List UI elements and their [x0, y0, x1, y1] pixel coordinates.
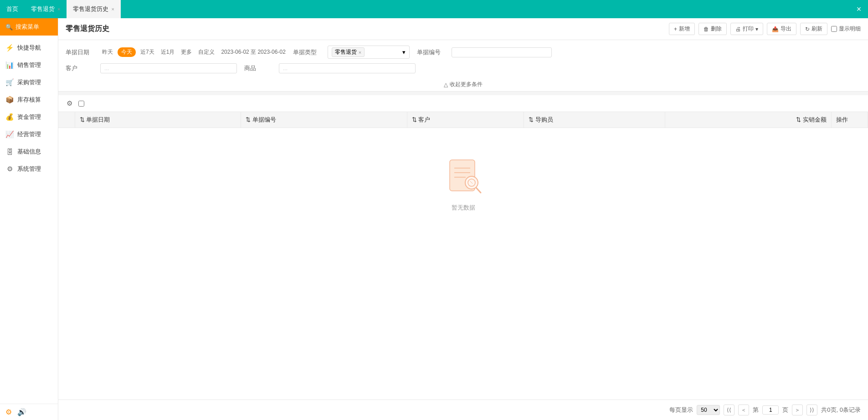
- th-ops: 操作: [832, 112, 868, 128]
- tab-home-label: 首页: [6, 5, 18, 13]
- empty-text: 暂无数据: [452, 204, 475, 212]
- sales-icon: 📊: [5, 61, 14, 69]
- inventory-icon: 📦: [5, 96, 14, 104]
- select-all-checkbox[interactable]: [78, 101, 84, 107]
- tab-retail-return-close[interactable]: ×: [57, 6, 60, 12]
- type-tag-value: 零售退货: [335, 48, 357, 56]
- tab-retail-return-label: 零售退货: [31, 5, 55, 13]
- th-amount[interactable]: ⇅ 实销金额: [665, 112, 832, 128]
- display-detail-input[interactable]: [831, 26, 837, 32]
- table-settings-icon[interactable]: ⚙: [64, 98, 75, 109]
- sidebar-audio-icon[interactable]: 🔊: [17, 408, 26, 416]
- svg-line-5: [476, 188, 481, 193]
- main-content: 零售退货历史 + 新增 🗑 删除 🖨 打印 ▾ 📤 导出: [58, 18, 868, 420]
- type-selector[interactable]: 零售退货 × ▾: [328, 46, 410, 59]
- th-number[interactable]: ⇅ 单据编号: [241, 112, 407, 128]
- th-date[interactable]: ⇅ 单据日期: [75, 112, 241, 128]
- finance-icon: 💰: [5, 113, 14, 121]
- th-date-sort: ⇅: [80, 116, 85, 123]
- per-page-select[interactable]: 20 50 100: [697, 405, 720, 415]
- refresh-icon: ↻: [805, 26, 810, 32]
- customer-placeholder: ...: [104, 65, 109, 72]
- date-opt-today[interactable]: 今天: [118, 47, 136, 57]
- customer-filter-input[interactable]: ...: [100, 63, 237, 73]
- window-close-button[interactable]: ×: [850, 0, 868, 18]
- th-guide[interactable]: ⇅ 导购员: [524, 112, 665, 128]
- sidebar-item-finance-label: 资金管理: [17, 113, 41, 121]
- tab-home[interactable]: 首页: [0, 0, 25, 18]
- table-header-row: ⇅ 单据日期 ⇅ 单据编号 ⇅ 客户: [58, 112, 868, 128]
- page-input[interactable]: [762, 405, 779, 415]
- number-filter-input[interactable]: [452, 47, 552, 57]
- print-button[interactable]: 🖨 打印 ▾: [730, 23, 763, 35]
- th-date-label: 单据日期: [86, 116, 110, 123]
- sidebar-search[interactable]: 🔍 搜索菜单: [0, 18, 58, 36]
- display-detail-label: 显示明细: [839, 25, 861, 33]
- search-icon: 🔍: [5, 24, 13, 31]
- th-number-label: 单据编号: [252, 116, 276, 123]
- sidebar-item-inventory[interactable]: 📦 库存核算: [0, 91, 58, 108]
- next-page-button[interactable]: ＞: [792, 405, 803, 415]
- per-page-label: 每页显示: [669, 406, 693, 414]
- tab-list: 首页 零售退货 × 零售退货历史 ×: [0, 0, 850, 18]
- th-customer-label: 客户: [418, 116, 430, 123]
- sidebar-search-label: 搜索菜单: [15, 23, 39, 31]
- sidebar-settings-icon[interactable]: ⚙: [5, 408, 12, 416]
- total-info: 共0页, 0条记录: [821, 406, 861, 414]
- filter-area: 单据日期 昨天 今天 近7天 近1月 更多 自定义 2023-06-02 至 2…: [58, 40, 868, 92]
- number-filter-label: 单据编号: [417, 48, 444, 56]
- system-icon: ⚙: [5, 165, 14, 173]
- date-opt-custom[interactable]: 自定义: [196, 47, 216, 57]
- page-title: 零售退货历史: [66, 24, 109, 34]
- refresh-button[interactable]: ↻ 刷新: [800, 23, 827, 35]
- sidebar-item-purchase[interactable]: 🛒 采购管理: [0, 74, 58, 91]
- tab-retail-return-history[interactable]: 零售退货历史 ×: [67, 0, 120, 18]
- th-customer[interactable]: ⇅ 客户: [407, 112, 524, 128]
- prev-page-button[interactable]: ＜: [738, 405, 749, 415]
- sidebar-item-sales[interactable]: 📊 销售管理: [0, 56, 58, 74]
- sidebar-item-quicknav[interactable]: ⚡ 快捷导航: [0, 39, 58, 56]
- date-opt-more[interactable]: 更多: [179, 47, 194, 57]
- tab-retail-return-history-close[interactable]: ×: [111, 6, 114, 12]
- sidebar-item-inventory-label: 库存核算: [17, 96, 41, 104]
- th-amount-sort: ⇅: [796, 116, 801, 123]
- display-detail-checkbox[interactable]: 显示明细: [831, 25, 861, 33]
- sidebar: 🔍 搜索菜单 ⚡ 快捷导航 📊 销售管理 🛒 采购管理 📦 库存核算 💰: [0, 18, 58, 420]
- sidebar-item-system[interactable]: ⚙ 系统管理: [0, 160, 58, 178]
- sidebar-item-basic-info[interactable]: 🗄 基础信息: [0, 143, 58, 160]
- type-tag-remove[interactable]: ×: [359, 50, 361, 55]
- export-button[interactable]: 📤 导出: [767, 23, 796, 35]
- delete-button[interactable]: 🗑 删除: [699, 23, 727, 35]
- sidebar-item-purchase-label: 采购管理: [17, 78, 41, 87]
- table-container: ⇅ 单据日期 ⇅ 单据编号 ⇅ 客户: [58, 112, 868, 400]
- last-page-button[interactable]: ⟩⟩: [806, 405, 817, 415]
- date-opt-1month[interactable]: 近1月: [159, 47, 177, 57]
- goods-filter-input[interactable]: ...: [279, 63, 416, 73]
- collapse-button[interactable]: △ 收起更多条件: [437, 78, 490, 91]
- new-button[interactable]: + 新增: [669, 23, 695, 35]
- export-button-label: 导出: [781, 25, 791, 33]
- filter-row-1: 单据日期 昨天 今天 近7天 近1月 更多 自定义 2023-06-02 至 2…: [66, 46, 861, 59]
- sidebar-item-operations[interactable]: 📈 经营管理: [0, 126, 58, 143]
- data-table: ⇅ 单据日期 ⇅ 单据编号 ⇅ 客户: [58, 112, 868, 128]
- export-icon: 📤: [772, 26, 779, 32]
- operations-icon: 📈: [5, 130, 14, 138]
- print-button-label: 打印: [743, 25, 754, 33]
- date-opt-yesterday[interactable]: 昨天: [100, 47, 115, 57]
- date-opt-7days[interactable]: 近7天: [139, 47, 156, 57]
- first-page-button[interactable]: ⟨⟨: [724, 405, 734, 415]
- sidebar-item-finance[interactable]: 💰 资金管理: [0, 108, 58, 126]
- sidebar-item-quicknav-label: 快捷导航: [17, 44, 41, 52]
- type-selector-chevron: ▾: [402, 49, 406, 56]
- page-header: 零售退货历史 + 新增 🗑 删除 🖨 打印 ▾ 📤 导出: [58, 18, 868, 40]
- tab-retail-return[interactable]: 零售退货 ×: [25, 0, 67, 18]
- table-area: ⚙ ⇅ 单据日期 ⇅ 单据编号: [58, 95, 868, 420]
- basic-info-icon: 🗄: [5, 148, 14, 156]
- sidebar-bottom: ⚙ 🔊: [0, 404, 58, 420]
- goods-filter-label: 商品: [244, 64, 272, 72]
- type-filter-label: 单据类型: [293, 48, 320, 56]
- tab-retail-return-history-label: 零售退货历史: [73, 5, 108, 13]
- th-ops-label: 操作: [836, 116, 848, 123]
- delete-button-label: 删除: [711, 25, 722, 33]
- th-checkbox: [58, 112, 75, 128]
